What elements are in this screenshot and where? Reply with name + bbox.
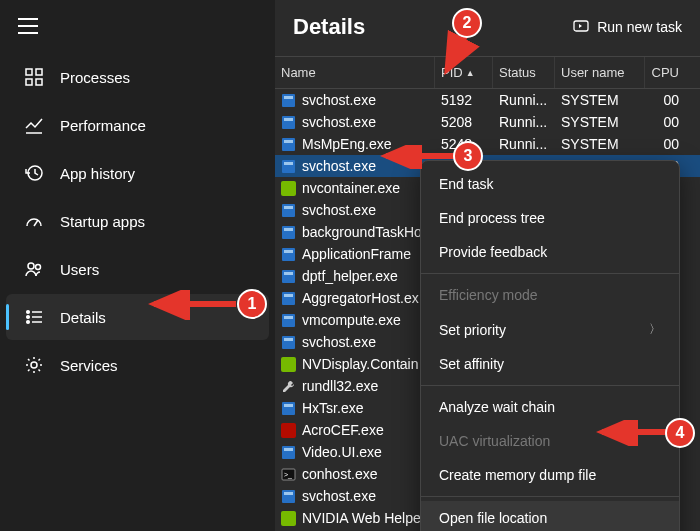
process-name: svchost.exe <box>302 202 376 218</box>
process-name: MsMpEng.exe <box>302 136 391 152</box>
col-pid[interactable]: PID▲ <box>435 57 493 88</box>
context-menu-separator <box>421 385 679 386</box>
context-menu-end-process-tree[interactable]: End process tree <box>421 201 679 235</box>
svg-rect-51 <box>284 492 293 495</box>
users-icon <box>24 259 44 279</box>
col-status[interactable]: Status <box>493 57 555 88</box>
svg-point-12 <box>27 316 30 319</box>
svg-rect-52 <box>281 511 296 526</box>
process-icon <box>281 313 296 328</box>
svg-rect-21 <box>282 116 295 129</box>
context-menu-analyze-wait-chain[interactable]: Analyze wait chain <box>421 390 679 424</box>
chart-icon <box>24 115 44 135</box>
sidebar-item-users[interactable]: Users <box>6 246 269 292</box>
svg-point-9 <box>28 263 34 269</box>
hamburger-menu[interactable] <box>0 8 275 48</box>
sidebar-item-performance[interactable]: Performance <box>6 102 269 148</box>
context-menu-set-affinity[interactable]: Set affinity <box>421 347 679 381</box>
process-name: ApplicationFrame <box>302 246 411 262</box>
svg-rect-29 <box>284 206 293 209</box>
sidebar: ProcessesPerformanceApp historyStartup a… <box>0 0 275 531</box>
svg-rect-25 <box>282 160 295 173</box>
process-cpu: 00 <box>645 114 685 130</box>
context-menu-set-priority[interactable]: Set priority〉 <box>421 312 679 347</box>
process-icon <box>281 269 296 284</box>
svg-rect-24 <box>284 140 293 143</box>
process-name: svchost.exe <box>302 114 376 130</box>
context-menu-provide-feedback[interactable]: Provide feedback <box>421 235 679 269</box>
process-icon <box>281 137 296 152</box>
run-new-task-button[interactable]: Run new task <box>573 18 682 37</box>
context-menu-open-file-location[interactable]: Open file location <box>421 501 679 531</box>
gauge-icon <box>24 211 44 231</box>
process-status: Runni... <box>493 136 555 152</box>
page-title: Details <box>293 14 365 40</box>
svg-rect-40 <box>282 336 295 349</box>
svg-rect-30 <box>282 226 295 239</box>
col-name[interactable]: Name <box>275 57 435 88</box>
svg-rect-6 <box>36 79 42 85</box>
sidebar-item-processes[interactable]: Processes <box>6 54 269 100</box>
context-menu-label: Analyze wait chain <box>439 399 555 415</box>
svg-rect-35 <box>284 272 293 275</box>
svg-rect-26 <box>284 162 293 165</box>
svg-rect-46 <box>282 446 295 459</box>
sidebar-item-label: App history <box>60 165 135 182</box>
list-icon <box>24 307 44 327</box>
sidebar-item-details[interactable]: Details <box>6 294 269 340</box>
svg-rect-23 <box>282 138 295 151</box>
context-menu-end-task[interactable]: End task <box>421 167 679 201</box>
svg-rect-33 <box>284 250 293 253</box>
process-name: Video.UI.exe <box>302 444 382 460</box>
process-icon <box>281 159 296 174</box>
col-cpu[interactable]: CPU <box>645 57 685 88</box>
sidebar-item-startup-apps[interactable]: Startup apps <box>6 198 269 244</box>
svg-rect-34 <box>282 270 295 283</box>
context-menu-uac-virtualization: UAC virtualization <box>421 424 679 458</box>
context-menu-efficiency-mode: Efficiency mode <box>421 278 679 312</box>
table-row[interactable]: MsMpEng.exe5248Runni...SYSTEM00 <box>275 133 700 155</box>
svg-line-8 <box>34 220 38 226</box>
svg-rect-47 <box>284 448 293 451</box>
process-user: SYSTEM <box>555 92 645 108</box>
svg-rect-45 <box>281 423 296 438</box>
svg-rect-44 <box>284 404 293 407</box>
process-icon <box>281 511 296 526</box>
process-icon <box>281 291 296 306</box>
annotation-marker-1: 1 <box>237 289 267 319</box>
annotation-marker-4: 4 <box>665 418 695 448</box>
context-menu-label: Create memory dump file <box>439 467 596 483</box>
process-name: svchost.exe <box>302 92 376 108</box>
table-row[interactable]: svchost.exe5208Runni...SYSTEM00 <box>275 111 700 133</box>
process-name: rundll32.exe <box>302 378 378 394</box>
svg-rect-43 <box>282 402 295 415</box>
svg-rect-28 <box>282 204 295 217</box>
table-row[interactable]: svchost.exe5192Runni...SYSTEM00 <box>275 89 700 111</box>
process-icon: >_ <box>281 467 296 482</box>
sidebar-item-app-history[interactable]: App history <box>6 150 269 196</box>
process-name: HxTsr.exe <box>302 400 363 416</box>
context-menu-separator <box>421 496 679 497</box>
process-name: AcroCEF.exe <box>302 422 384 438</box>
svg-rect-38 <box>282 314 295 327</box>
context-menu-create-memory-dump-file[interactable]: Create memory dump file <box>421 458 679 492</box>
svg-rect-37 <box>284 294 293 297</box>
context-menu: End taskEnd process treeProvide feedback… <box>420 160 680 531</box>
svg-rect-22 <box>284 118 293 121</box>
col-user[interactable]: User name <box>555 57 645 88</box>
svg-rect-36 <box>282 292 295 305</box>
process-icon <box>281 225 296 240</box>
process-cpu: 00 <box>645 136 685 152</box>
process-name: nvcontainer.exe <box>302 180 400 196</box>
svg-rect-5 <box>26 79 32 85</box>
sidebar-item-label: Details <box>60 309 106 326</box>
process-icon <box>281 247 296 262</box>
svg-rect-20 <box>284 96 293 99</box>
sidebar-item-label: Startup apps <box>60 213 145 230</box>
annotation-marker-2: 2 <box>452 8 482 38</box>
svg-rect-19 <box>282 94 295 107</box>
context-menu-label: Provide feedback <box>439 244 547 260</box>
sidebar-item-services[interactable]: Services <box>6 342 269 388</box>
svg-point-11 <box>27 311 30 314</box>
sort-asc-icon: ▲ <box>466 68 475 78</box>
